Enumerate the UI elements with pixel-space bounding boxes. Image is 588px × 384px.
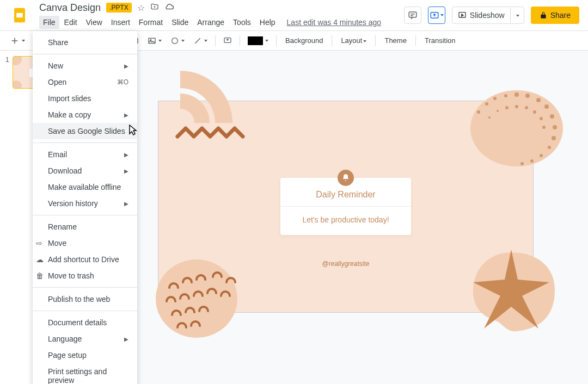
svg-point-24: [530, 159, 534, 163]
svg-point-26: [488, 116, 491, 119]
transition-button[interactable]: Transition: [420, 34, 460, 47]
svg-point-17: [536, 98, 541, 102]
folder-move-icon: ⇨: [36, 239, 42, 247]
comment-history-icon[interactable]: [404, 7, 421, 24]
menu-publish[interactable]: Publish to the web: [33, 291, 137, 307]
svg-point-13: [493, 97, 497, 100]
reminder-card: Daily Reminder Let's be productive today…: [280, 178, 411, 235]
new-slide-button[interactable]: [7, 34, 28, 48]
svg-point-27: [497, 110, 499, 112]
menu-insert[interactable]: Insert: [107, 16, 134, 29]
menu-rename[interactable]: Rename: [33, 219, 137, 235]
share-button[interactable]: Share: [531, 7, 579, 24]
svg-point-32: [540, 117, 543, 120]
slide-canvas[interactable]: Daily Reminder Let's be productive today…: [158, 101, 534, 313]
menu-file[interactable]: File: [39, 16, 59, 29]
menu-open[interactable]: Open⌘O: [33, 74, 137, 90]
layout-button[interactable]: Layout: [336, 34, 371, 47]
move-folder-icon[interactable]: [150, 2, 159, 13]
bell-icon: [338, 170, 354, 186]
svg-rect-2: [409, 12, 416, 17]
last-edit-link[interactable]: Last edit was 4 minutes ago: [287, 18, 382, 27]
canvas-area[interactable]: Daily Reminder Let's be productive today…: [103, 51, 588, 384]
present-meet-icon[interactable]: [428, 7, 445, 24]
menu-move[interactable]: ⇨Move: [33, 235, 137, 251]
menu-page-setup[interactable]: Page setup: [33, 347, 137, 363]
star-icon[interactable]: ☆: [137, 3, 145, 13]
comment-tool[interactable]: [220, 34, 235, 47]
svg-point-20: [553, 125, 557, 129]
slideshow-label: Slideshow: [470, 11, 505, 20]
pptx-badge: .PPTX: [106, 3, 132, 13]
image-tool[interactable]: [144, 34, 165, 47]
menu-add-shortcut[interactable]: ☁Add shortcut to Drive: [33, 251, 137, 268]
file-menu-dropdown: Share New▶ Open⌘O Import slides Make a c…: [33, 31, 137, 384]
cloud-status-icon[interactable]: [164, 2, 174, 14]
svg-point-18: [544, 104, 549, 109]
menu-make-copy[interactable]: Make a copy▶: [33, 107, 137, 123]
svg-point-33: [542, 126, 546, 129]
svg-point-28: [505, 106, 509, 109]
menu-email[interactable]: Email▶: [33, 146, 137, 163]
svg-point-21: [552, 136, 556, 140]
card-body: Let's be productive today!: [280, 207, 411, 235]
menu-download[interactable]: Download▶: [33, 163, 137, 179]
svg-point-12: [485, 102, 488, 106]
svg-point-19: [550, 114, 554, 119]
slides-logo[interactable]: [9, 4, 30, 26]
menu-trash[interactable]: 🗑Move to trash: [33, 268, 137, 284]
slideshow-button[interactable]: Slideshow: [452, 7, 524, 24]
svg-point-11: [477, 110, 480, 114]
menu-format[interactable]: Format: [135, 16, 167, 29]
menu-slide[interactable]: Slide: [168, 16, 192, 29]
drive-shortcut-icon: ☁: [36, 255, 44, 264]
menu-edit[interactable]: Edit: [60, 16, 81, 29]
cursor-pointer-icon: [126, 124, 138, 141]
svg-point-16: [525, 94, 530, 98]
svg-point-30: [525, 106, 528, 109]
header: Canva Design .PPTX ☆ File Edit View Inse…: [0, 0, 588, 31]
menu-import-slides[interactable]: Import slides: [33, 90, 137, 107]
menu-save-as-google-slides[interactable]: Save as Google Slides: [33, 123, 137, 139]
background-button[interactable]: Background: [281, 34, 327, 47]
slideshow-dropdown-icon[interactable]: [511, 7, 524, 23]
svg-point-15: [514, 92, 519, 97]
menu-doc-details[interactable]: Document details: [33, 314, 137, 331]
menu-help[interactable]: Help: [256, 16, 279, 29]
svg-point-10: [470, 90, 563, 166]
trash-icon: 🗑: [36, 271, 44, 280]
menu-version-history[interactable]: Version history▶: [33, 195, 137, 212]
menu-new[interactable]: New▶: [33, 58, 137, 74]
document-title[interactable]: Canva Design: [39, 2, 101, 14]
share-label: Share: [550, 11, 571, 20]
line-tool[interactable]: [190, 34, 211, 47]
decorative-blob-bottom-left: [153, 247, 251, 345]
menu-offline[interactable]: Make available offline: [33, 179, 137, 195]
menu-tools[interactable]: Tools: [229, 16, 255, 29]
svg-point-31: [533, 110, 536, 114]
decorative-blob-top-right: [457, 85, 566, 177]
handle-text: @reallygreatsite: [322, 260, 370, 268]
svg-rect-1: [16, 13, 23, 17]
decorative-zigzag: [175, 123, 246, 145]
fill-swatch[interactable]: [244, 34, 272, 47]
theme-button[interactable]: Theme: [380, 34, 411, 47]
svg-point-8: [172, 38, 178, 44]
slide-number: 1: [5, 56, 9, 89]
menu-share[interactable]: Share: [33, 34, 137, 51]
menubar: File Edit View Insert Format Slide Arran…: [39, 16, 404, 29]
svg-point-29: [515, 105, 518, 108]
svg-point-25: [520, 162, 524, 165]
menu-view[interactable]: View: [82, 16, 106, 29]
menu-print-settings[interactable]: Print settings and preview: [33, 363, 137, 384]
decorative-star: [468, 247, 555, 334]
menu-arrange[interactable]: Arrange: [193, 16, 228, 29]
svg-point-23: [540, 154, 543, 157]
svg-point-22: [548, 146, 551, 149]
svg-point-14: [504, 94, 507, 97]
menu-language[interactable]: Language▶: [33, 331, 137, 347]
shape-tool[interactable]: [167, 34, 188, 47]
